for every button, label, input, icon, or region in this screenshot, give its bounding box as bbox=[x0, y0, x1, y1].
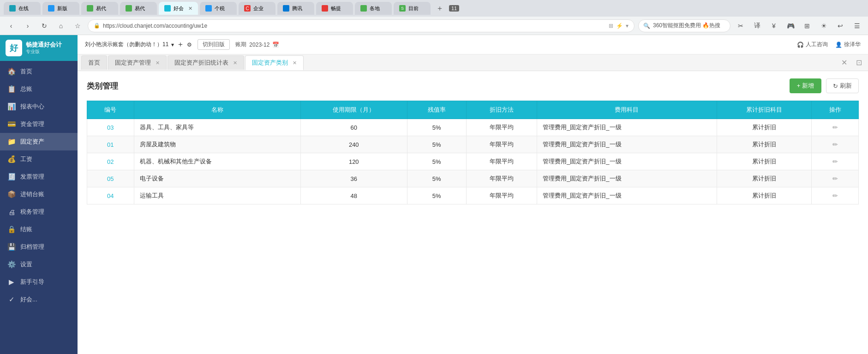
closing-icon: 🔒 bbox=[7, 225, 16, 234]
sidebar-item-guide[interactable]: ▶ 新手引导 bbox=[0, 273, 78, 291]
switch-btn-container[interactable]: 切到旧版 bbox=[198, 39, 230, 50]
logo-sub: 专业版 bbox=[26, 48, 62, 55]
cell-accum: 累计折旧 bbox=[717, 187, 811, 204]
refresh-button[interactable]: ↻ 刷新 bbox=[826, 78, 859, 93]
cell-name: 器具、工具、家具等 bbox=[134, 119, 300, 136]
reload-button[interactable]: ↻ bbox=[38, 19, 51, 32]
forward-button[interactable]: › bbox=[21, 19, 34, 32]
sidebar-item-closing[interactable]: 🔒 结账 bbox=[0, 221, 78, 238]
inventory-icon: 📦 bbox=[7, 190, 16, 198]
sidebar-item-payroll[interactable]: 💰 工资 bbox=[0, 150, 78, 168]
cell-accum: 累计折旧 bbox=[717, 119, 811, 136]
lightning-icon: ⚡ bbox=[616, 23, 623, 29]
cell-action[interactable]: ✏ bbox=[812, 170, 859, 187]
tab-close-depreciation[interactable]: ✕ bbox=[233, 60, 237, 66]
tab-depreciation-table[interactable]: 固定资产折旧统计表 ✕ bbox=[168, 55, 244, 70]
settings-icon: ⚙️ bbox=[7, 260, 16, 269]
bookmark-button[interactable]: ☆ bbox=[71, 19, 84, 32]
game-icon[interactable]: 🎮 bbox=[784, 19, 797, 32]
sidebar-item-haohui[interactable]: ✓ 好会... bbox=[0, 291, 78, 308]
edit-icon[interactable]: ✏ bbox=[832, 124, 838, 131]
sidebar-item-settings[interactable]: ⚙️ 设置 bbox=[0, 256, 78, 273]
browser-tab-muqian[interactable]: S 目前 bbox=[394, 2, 431, 15]
url-text: https://cloud.chanjet.com/accounting/uw1… bbox=[103, 23, 606, 29]
col-method: 折旧方法 bbox=[466, 101, 537, 119]
sidebar-item-label: 发票管理 bbox=[20, 173, 44, 181]
tab-label: 首页 bbox=[88, 59, 100, 67]
search-bar[interactable]: 🔍 360智能抠图免费用 🔥热搜 bbox=[638, 19, 730, 32]
sidebar-item-ledger[interactable]: 📋 总账 bbox=[0, 80, 78, 98]
browser-tab-tengxun[interactable]: 腾讯 bbox=[277, 2, 314, 15]
sidebar: 好 畅捷通好会计 专业版 🏠 首页 📋 总账 📊 报表中心 💳 资金管理 bbox=[0, 35, 78, 354]
home-button[interactable]: ⌂ bbox=[54, 19, 67, 32]
sidebar-item-label: 设置 bbox=[20, 260, 32, 269]
user-avatar[interactable]: 👤 徐泽华 bbox=[835, 41, 861, 48]
menu-icon[interactable]: ☰ bbox=[850, 19, 863, 32]
haohui-icon: ✓ bbox=[7, 295, 16, 304]
user-dropdown-icon[interactable]: ▾ bbox=[171, 42, 174, 48]
cell-code: 01 bbox=[87, 136, 134, 153]
cell-expense: 管理费用_固定资产折旧_一级 bbox=[537, 187, 717, 204]
grid-icon[interactable]: ⊞ bbox=[801, 19, 814, 32]
sidebar-item-home[interactable]: 🏠 首页 bbox=[0, 63, 78, 80]
cell-action[interactable]: ✏ bbox=[812, 119, 859, 136]
sidebar-item-label: 工资 bbox=[20, 155, 32, 163]
back-button[interactable]: ‹ bbox=[5, 19, 18, 32]
tab-asset-category[interactable]: 固定资产类别 ✕ bbox=[245, 55, 304, 70]
browser-tab-qiye[interactable]: C 企业 bbox=[239, 2, 275, 15]
calendar-icon[interactable]: 📅 bbox=[272, 42, 279, 48]
cell-code: 02 bbox=[87, 153, 134, 170]
wallet-icon[interactable]: ¥ bbox=[767, 19, 780, 32]
sidebar-item-tax[interactable]: 🖨 税务管理 bbox=[0, 203, 78, 221]
cell-name: 电子设备 bbox=[134, 170, 300, 187]
sidebar-item-fixed-assets[interactable]: 📁 固定资产 bbox=[0, 133, 78, 150]
tab-label: 畅提 bbox=[331, 5, 341, 12]
sidebar-item-label: 进销台账 bbox=[20, 190, 44, 198]
tab-close-haohui[interactable]: ✕ bbox=[188, 6, 192, 12]
tab-home[interactable]: 首页 bbox=[81, 55, 107, 70]
browser-tab-bar: 在线 新版 易代 易代 好会 ✕ 个税 C 企业 腾讯 畅提 各地 S 目前 ＋ bbox=[0, 0, 868, 17]
cell-action[interactable]: ✏ bbox=[812, 153, 859, 170]
tab-close-fixed-assets-mgmt[interactable]: ✕ bbox=[156, 60, 160, 66]
sidebar-item-invoice[interactable]: 🧾 发票管理 bbox=[0, 168, 78, 186]
sidebar-item-inventory[interactable]: 📦 进销台账 bbox=[0, 186, 78, 203]
address-bar[interactable]: 🔒 https://cloud.chanjet.com/accounting/u… bbox=[88, 19, 635, 32]
browser-tab-zaixin[interactable]: 在线 bbox=[4, 2, 41, 15]
browser-tab-yidai2[interactable]: 易代 bbox=[120, 2, 157, 15]
add-button[interactable]: + 新增 bbox=[790, 78, 821, 93]
edit-icon[interactable]: ✏ bbox=[832, 141, 838, 148]
ledger-icon: 📋 bbox=[7, 85, 16, 93]
tab-close-category[interactable]: ✕ bbox=[293, 60, 297, 66]
edit-icon[interactable]: ✏ bbox=[832, 192, 838, 199]
user-info: 刘小艳演示账套（勿删勿动！）11 ▾ ＋ ⚙ bbox=[85, 40, 192, 49]
tab-window-maximize[interactable]: ⊡ bbox=[853, 57, 864, 68]
browser-tab-changti[interactable]: 畅提 bbox=[316, 2, 353, 15]
consult-button[interactable]: 🎧 人工咨询 bbox=[797, 41, 828, 48]
browser-tab-yidai1[interactable]: 易代 bbox=[81, 2, 118, 15]
translate-icon[interactable]: 译 bbox=[751, 19, 764, 32]
category-table: 编号 名称 使用期限（月） 残值率 折旧方法 费用科目 累计折旧科目 操作 03… bbox=[87, 101, 859, 204]
browser-tab-xinban[interactable]: 新版 bbox=[42, 2, 79, 15]
sun-icon[interactable]: ☀ bbox=[817, 19, 830, 32]
tab-fixed-assets-mgmt[interactable]: 固定资产管理 ✕ bbox=[108, 55, 167, 70]
tab-window-close[interactable]: ✕ bbox=[838, 57, 850, 68]
cell-action[interactable]: ✏ bbox=[812, 136, 859, 153]
cell-action[interactable]: ✏ bbox=[812, 187, 859, 204]
browser-tab-geshui[interactable]: 个税 bbox=[200, 2, 237, 15]
edit-icon[interactable]: ✏ bbox=[832, 175, 838, 182]
edit-icon[interactable]: ✏ bbox=[832, 158, 838, 165]
settings-gear-icon[interactable]: ⚙ bbox=[187, 42, 192, 48]
browser-tab-haohui[interactable]: 好会 ✕ bbox=[159, 2, 198, 15]
dropdown-icon[interactable]: ▾ bbox=[626, 23, 629, 29]
tab-label: 固定资产管理 bbox=[115, 59, 151, 67]
add-account-icon[interactable]: ＋ bbox=[177, 40, 184, 49]
cell-rate: 5% bbox=[407, 136, 466, 153]
cut-icon[interactable]: ✂ bbox=[734, 19, 747, 32]
tab-add-button[interactable]: ＋ bbox=[432, 2, 447, 15]
sidebar-item-archive[interactable]: 💾 归档管理 bbox=[0, 238, 78, 256]
undo-icon[interactable]: ↩ bbox=[834, 19, 847, 32]
sidebar-item-funds[interactable]: 💳 资金管理 bbox=[0, 115, 78, 133]
browser-tab-gedi[interactable]: 各地 bbox=[355, 2, 392, 15]
fixed-assets-icon: 📁 bbox=[7, 138, 16, 146]
sidebar-item-reports[interactable]: 📊 报表中心 bbox=[0, 98, 78, 115]
